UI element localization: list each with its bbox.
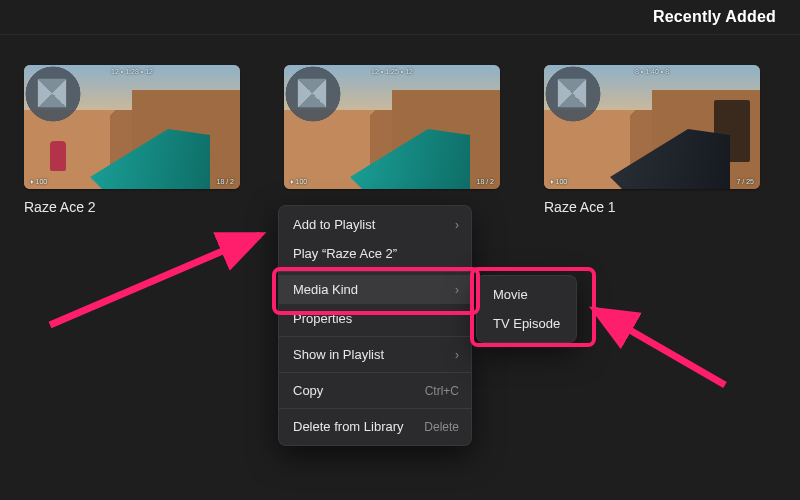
video-card[interactable]: 12 • 1:28 • 12 ♦ 100 18 / 2 Raze Ace 2 (24, 65, 240, 215)
section-title: Recently Added (653, 8, 776, 26)
video-card[interactable]: 8 • 1:40 • 8 ♦ 100 7 / 25 Raze Ace 1 (544, 65, 760, 215)
menu-item-delete[interactable]: Delete from Library Delete (279, 412, 471, 441)
menu-item-shortcut: Delete (424, 420, 459, 434)
video-gallery: 12 • 1:28 • 12 ♦ 100 18 / 2 Raze Ace 2 1… (0, 35, 800, 245)
video-thumbnail[interactable]: 8 • 1:40 • 8 ♦ 100 7 / 25 (544, 65, 760, 189)
menu-separator (279, 372, 471, 373)
svg-line-0 (50, 235, 260, 325)
menu-item-label: Movie (493, 287, 528, 302)
menu-item-copy[interactable]: Copy Ctrl+C (279, 376, 471, 405)
submenu-item-tv-episode[interactable]: TV Episode (477, 309, 576, 338)
annotation-arrow-icon (40, 215, 280, 335)
menu-item-show-in-playlist[interactable]: Show in Playlist › (279, 340, 471, 369)
menu-item-label: Properties (293, 311, 352, 326)
context-menu: Add to Playlist › Play “Raze Ace 2” Medi… (278, 205, 472, 446)
video-thumbnail[interactable]: 12 • 1:28 • 12 ♦ 100 18 / 2 (24, 65, 240, 189)
section-header: Recently Added (0, 0, 800, 35)
chevron-right-icon: › (455, 348, 459, 362)
menu-item-properties[interactable]: Properties (279, 304, 471, 333)
menu-item-play[interactable]: Play “Raze Ace 2” (279, 239, 471, 268)
submenu-item-movie[interactable]: Movie (477, 280, 576, 309)
menu-item-label: Play “Raze Ace 2” (293, 246, 397, 261)
menu-separator (279, 336, 471, 337)
menu-item-label: Copy (293, 383, 323, 398)
menu-item-media-kind[interactable]: Media Kind › (279, 275, 471, 304)
video-title: Raze Ace 2 (24, 199, 240, 215)
annotation-arrow-icon (575, 295, 735, 395)
chevron-right-icon: › (455, 218, 459, 232)
menu-item-add-to-playlist[interactable]: Add to Playlist › (279, 210, 471, 239)
menu-separator (279, 271, 471, 272)
menu-item-shortcut: Ctrl+C (425, 384, 459, 398)
svg-line-1 (595, 310, 725, 385)
video-thumbnail[interactable]: 12 • 1:25 • 12 ♦ 100 18 / 2 (284, 65, 500, 189)
menu-item-label: Show in Playlist (293, 347, 384, 362)
menu-separator (279, 408, 471, 409)
video-title: Raze Ace 1 (544, 199, 760, 215)
menu-item-label: Add to Playlist (293, 217, 375, 232)
menu-item-label: TV Episode (493, 316, 560, 331)
menu-item-label: Delete from Library (293, 419, 404, 434)
menu-item-label: Media Kind (293, 282, 358, 297)
chevron-right-icon: › (455, 283, 459, 297)
media-kind-submenu: Movie TV Episode (476, 275, 577, 343)
video-card[interactable]: 12 • 1:25 • 12 ♦ 100 18 / 2 (284, 65, 500, 199)
